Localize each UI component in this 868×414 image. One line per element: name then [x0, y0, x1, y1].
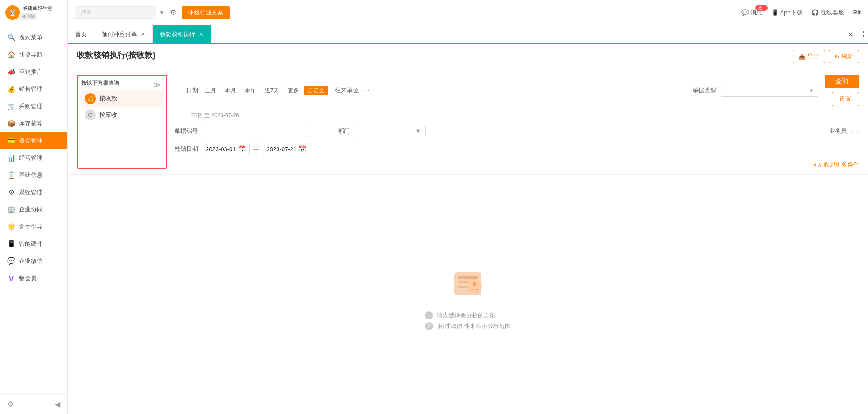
message-icon: 💬: [741, 9, 749, 16]
topbar-gear-icon[interactable]: ⚙: [170, 8, 176, 17]
collapse-icon[interactable]: ◀: [55, 400, 60, 409]
settings-icon[interactable]: ⚙: [7, 400, 14, 409]
dept-select[interactable]: ▼: [354, 125, 426, 137]
sales-icon: 💰: [7, 85, 15, 93]
calendar-icon: 📅: [238, 145, 245, 152]
user-name[interactable]: Rit: [853, 9, 861, 16]
filter-row-2: 单据编号 部门 ▼ 业务员 ···: [173, 125, 859, 137]
enterprise-icon: 🏢: [7, 205, 15, 214]
sidebar-item-member[interactable]: V 畅会员: [0, 270, 67, 287]
query-button[interactable]: 查询: [825, 75, 859, 88]
close-all-tabs-icon[interactable]: ✕: [848, 30, 854, 39]
empty-tip-1: 1 请先选择要分析的方案: [425, 311, 510, 319]
svg-rect-1: [458, 276, 478, 279]
filter-area: 按以下方案查询 ≫ 💰 按收款 ⏱ 按应收 日期: [68, 69, 868, 175]
filter-option-by-receivable[interactable]: ⏱ 按应收: [81, 107, 163, 123]
counterparty-field: 往来单位 ···: [333, 86, 371, 95]
calendar-icon2: 📅: [298, 145, 306, 152]
more-conditions-button[interactable]: ∧∧ 收起更多条件: [813, 161, 859, 169]
date-field: 日期 上月 本月 本年 近7天 更多 自定义: [173, 86, 328, 95]
doc-no-input[interactable]: [202, 125, 310, 137]
empty-tips: 1 请先选择要分析的方案 2 用[过滤]条件来缩小分析范围: [425, 311, 510, 330]
export-button[interactable]: 📤 导出: [793, 50, 825, 63]
online-service-button[interactable]: 🎧 在线客服: [811, 9, 844, 17]
date-to-text: 至 2023-07-26: [204, 112, 239, 119]
filter-row-1: 日期 上月 本月 本年 近7天 更多 自定义 往来单位 ···: [173, 75, 859, 106]
refresh-icon: ↻: [835, 53, 840, 60]
marketing-icon: 📣: [7, 68, 15, 76]
date-btn-this-month[interactable]: 本月: [222, 86, 240, 95]
tab-receivable[interactable]: 收款核销执行 ✕: [153, 25, 211, 43]
sidebar-item-system[interactable]: ⚙ 系统管理: [0, 184, 67, 201]
verify-date-end-input[interactable]: 2023-07-21 📅: [263, 143, 311, 155]
basic-info-icon: 📋: [7, 171, 15, 179]
system-icon: ⚙: [7, 188, 15, 196]
sidebar-item-marketing[interactable]: 📣 营销推广: [0, 63, 67, 81]
doc-no-field: 单据编号: [173, 125, 310, 137]
sidebar-item-weixin[interactable]: 💬 企业微信: [0, 252, 67, 270]
sidebar-item-search-menu[interactable]: 🔍 搜索菜单: [0, 29, 67, 46]
tab-home[interactable]: 首页: [68, 25, 94, 43]
tab-prepay[interactable]: 预付冲应付单 ✕: [94, 25, 153, 43]
topbar-search-arrow: ▼: [159, 10, 165, 16]
app-download-button[interactable]: 📱 App下载: [771, 9, 802, 17]
filter-row-3: 核销日期 2023-03-01 📅 — 2023-07-21 📅: [173, 143, 859, 155]
member-icon: V: [7, 274, 15, 282]
sidebar-item-quick-nav[interactable]: 🏠 快捷导航: [0, 46, 67, 63]
sidebar-menu: 🔍 搜索菜单 🏠 快捷导航 📣 营销推广 💰 销售管理 🛒 采购管理 📦 库存核…: [0, 25, 67, 394]
more-conditions-row: ∧∧ 收起更多条件: [173, 161, 859, 169]
verify-date-field: 核销日期 2023-03-01 📅 — 2023-07-21 📅: [173, 143, 310, 155]
search-icon: 🔍: [7, 33, 15, 42]
weixin-icon: 💬: [7, 257, 15, 265]
solution-button[interactable]: 体验行业方案: [182, 6, 230, 19]
date-btn-this-year[interactable]: 本年: [241, 86, 259, 95]
home-icon: 🏠: [7, 51, 15, 59]
settings-button[interactable]: 设置: [832, 92, 859, 106]
collapse-up-icon: ∧∧: [813, 162, 822, 168]
sidebar-item-purchase[interactable]: 🛒 采购管理: [0, 98, 67, 115]
filter-panel-title: 按以下方案查询: [81, 79, 119, 87]
counterparty-input[interactable]: ···: [362, 86, 371, 95]
svg-point-5: [473, 282, 476, 286]
filter-actions: 查询 设置: [825, 75, 859, 106]
topbar: 搜索 ▼ ⚙ 体验行业方案 💬 消息 99+ 📱 App下载 🎧 在线客服 Ri…: [68, 0, 868, 25]
sidebar-item-finance[interactable]: 💳 资金管理: [0, 132, 67, 149]
guide-icon: 🌟: [7, 223, 15, 231]
tabbar-actions: ✕ ⛶: [848, 25, 868, 43]
service-icon: 🎧: [811, 9, 819, 16]
app-icon: 📱: [771, 9, 778, 16]
tab-receivable-close[interactable]: ✕: [199, 31, 203, 38]
sidebar-item-guide[interactable]: 🌟 新手引导: [0, 218, 67, 235]
operation-icon: 📊: [7, 154, 15, 162]
date-btn-7days[interactable]: 近7天: [261, 86, 283, 95]
sidebar-item-inventory[interactable]: 📦 库存核算: [0, 115, 67, 132]
sidebar-item-enterprise[interactable]: 🏢 企业协同: [0, 201, 67, 218]
date-btn-custom[interactable]: 自定义: [304, 86, 328, 95]
date-nolimit-row: 不限 至 2023-07-26: [191, 112, 859, 119]
staff-input[interactable]: ···: [850, 127, 859, 135]
page-header-actions: 📤 导出 ↻ 刷新: [793, 50, 859, 69]
topbar-search[interactable]: 搜索: [75, 6, 156, 19]
topbar-right: 💬 消息 99+ 📱 App下载 🎧 在线客服 Rit: [741, 9, 861, 17]
sidebar-item-operation[interactable]: 📊 经营管理: [0, 149, 67, 167]
doc-type-field: 单据类型 ▼: [691, 85, 819, 97]
filter-option-by-receipt[interactable]: 💰 按收款: [81, 90, 163, 107]
message-button[interactable]: 💬 消息 99+: [741, 9, 762, 17]
refresh-button[interactable]: ↻ 刷新: [829, 50, 859, 63]
empty-illustration: [445, 259, 491, 304]
doc-type-select[interactable]: ▼: [720, 85, 819, 97]
sidebar-item-sales[interactable]: 💰 销售管理: [0, 81, 67, 98]
sidebar-item-smart-hw[interactable]: 📱 智能硬件: [0, 235, 67, 252]
sidebar-footer: ⚙ ◀: [0, 394, 67, 414]
tab-prepay-close[interactable]: ✕: [141, 31, 145, 38]
date-btn-last-month[interactable]: 上月: [202, 86, 220, 95]
content-area: 收款核销执行(按收款) 📤 导出 ↻ 刷新 按以下方案查询 ≫: [68, 44, 868, 414]
filter-collapse-button[interactable]: ≫: [151, 80, 163, 90]
verify-date-start-input[interactable]: 2023-03-01 📅: [202, 143, 250, 155]
date-btn-more[interactable]: 更多: [284, 86, 302, 95]
dept-arrow: ▼: [415, 128, 421, 134]
sidebar: 🐰 畅捷通好生意 标准版 🔍 搜索菜单 🏠 快捷导航 📣 营销推广 💰 销售管理…: [0, 0, 68, 414]
sidebar-item-basic-info[interactable]: 📋 基础信息: [0, 167, 67, 184]
doc-type-arrow: ▼: [808, 87, 814, 94]
maximize-icon[interactable]: ⛶: [857, 30, 864, 38]
